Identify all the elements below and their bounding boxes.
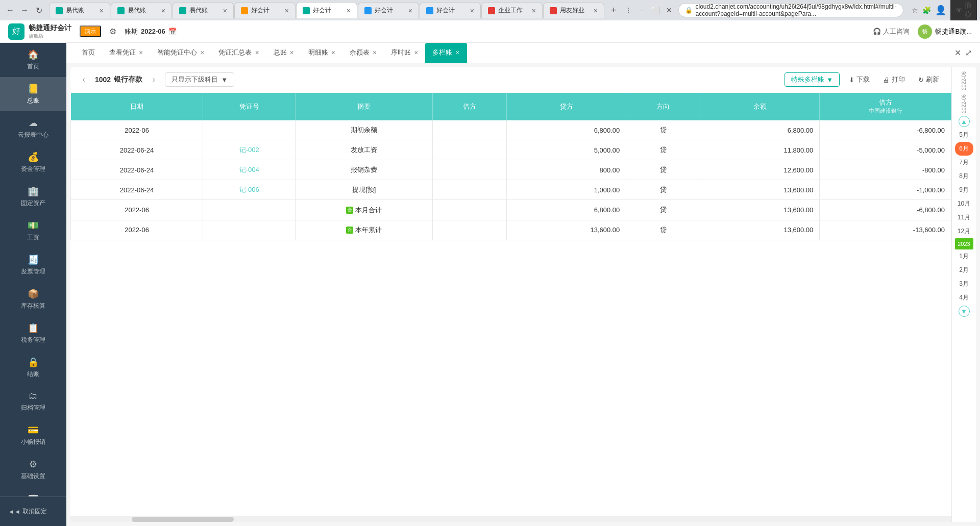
tab-resize-buttons: ✕ ⤢ xyxy=(954,48,972,58)
sidebar-item-settings[interactable]: ⚙ 基础设置 xyxy=(0,453,66,487)
month-6[interactable]: 6月 xyxy=(955,142,973,156)
account-icon[interactable]: 👤 xyxy=(935,5,946,16)
month-7[interactable]: 7月 xyxy=(955,156,973,169)
sidebar-item-archive[interactable]: 🗂 归档管理 xyxy=(0,385,66,418)
sidebar-item-home[interactable]: 🏠 首页 xyxy=(0,43,66,77)
tab-balance[interactable]: 余额表 × xyxy=(342,43,384,63)
tab-general-ledger[interactable]: 总账 × xyxy=(266,43,301,63)
no-trace-icon: 👁 xyxy=(955,6,963,14)
tab-close-1[interactable]: × xyxy=(100,7,104,15)
tab-smart-voucher[interactable]: 智能凭证中心 × xyxy=(150,43,211,63)
tab-close-3[interactable]: × xyxy=(223,7,227,15)
sidebar-item-close[interactable]: 🔒 结账 xyxy=(0,350,66,385)
month-2023-1[interactable]: 1月 xyxy=(955,249,973,263)
browser-tab-1[interactable]: 易代账 × xyxy=(49,2,110,18)
tab-balance-close[interactable]: × xyxy=(373,48,377,57)
tab-smart-voucher-close[interactable]: × xyxy=(200,48,204,57)
back-btn[interactable]: ← xyxy=(4,4,16,16)
browser-tab-7[interactable]: 好会计 × xyxy=(420,2,481,18)
tab-voucher-close[interactable]: × xyxy=(139,48,143,57)
tab-general-ledger-close[interactable]: × xyxy=(290,48,294,57)
collapse-button[interactable]: ◄◄ 取消固定 xyxy=(4,503,62,520)
month-12[interactable]: 12月 xyxy=(955,224,973,238)
sidebar-item-invoice[interactable]: 🧾 发票管理 xyxy=(0,248,66,282)
settings-icon[interactable]: ⚙ xyxy=(109,27,116,36)
cell-voucher[interactable]: 记-006 xyxy=(203,180,296,200)
extension-icon[interactable]: 🧩 xyxy=(922,6,931,14)
sidebar-item-tax[interactable]: 📋 税务管理 xyxy=(0,316,66,350)
new-tab-btn[interactable]: + xyxy=(607,3,621,18)
tab-detail-label: 明细账 xyxy=(308,48,328,57)
browser-tab-6[interactable]: 好会计 × xyxy=(358,2,419,18)
address-bar[interactable]: 🔒 cloud2.chanjet.com/accounting/uh26t264… xyxy=(678,3,903,17)
month-9[interactable]: 9月 xyxy=(955,183,973,197)
prev-account-btn[interactable]: ‹ xyxy=(79,75,89,84)
tab-multicolumn-close[interactable]: × xyxy=(455,48,459,57)
tab-close-2[interactable]: × xyxy=(161,7,165,15)
scroll-up-btn[interactable]: ▲ xyxy=(959,116,970,127)
tab-close-6[interactable]: × xyxy=(408,7,412,15)
sidebar-item-expense[interactable]: 💳 小畅报销 xyxy=(0,418,66,453)
tab-icon-6 xyxy=(364,7,372,14)
tab-voucher[interactable]: 查看凭证 × xyxy=(102,43,150,63)
month-2023-2[interactable]: 2月 xyxy=(955,263,973,277)
demo-badge[interactable]: 演示 xyxy=(80,26,101,37)
tab-close-8[interactable]: × xyxy=(532,7,536,15)
tab-home[interactable]: 首页 xyxy=(75,43,102,63)
multi-col-button[interactable]: 特殊多栏账 ▼ xyxy=(785,72,840,87)
browser-tab-2[interactable]: 易代账 × xyxy=(111,2,172,18)
bottom-scrollbar[interactable] xyxy=(70,516,951,522)
tab-close-9[interactable]: × xyxy=(594,7,598,15)
tab-detail-close[interactable]: × xyxy=(331,48,335,57)
tab-journal-close[interactable]: × xyxy=(414,48,418,57)
tab-detail[interactable]: 明细账 × xyxy=(301,43,342,63)
sidebar-item-fund[interactable]: 💰 资金管理 xyxy=(0,145,66,180)
tab-voucher-summary-close[interactable]: × xyxy=(255,48,259,57)
next-account-btn[interactable]: › xyxy=(149,75,159,84)
browser-tab-9[interactable]: 用友好业 × xyxy=(543,2,604,18)
month-5[interactable]: 5月 xyxy=(955,128,973,142)
cell-voucher[interactable]: 记-004 xyxy=(203,160,296,180)
user-info[interactable]: 畅 畅捷通B旗... xyxy=(918,24,972,39)
browser-tab-8[interactable]: 企业工作 × xyxy=(481,2,543,18)
bookmark-icon[interactable]: ☆ xyxy=(912,6,918,14)
tab-voucher-summary[interactable]: 凭证汇总表 × xyxy=(211,43,266,63)
sidebar-item-ledger[interactable]: 📒 总账 xyxy=(0,77,66,111)
tab-close-7[interactable]: × xyxy=(470,7,474,15)
month-8[interactable]: 8月 xyxy=(955,169,973,183)
tab-list-btn[interactable]: ⋮ xyxy=(623,4,634,16)
scroll-down-btn[interactable]: ▼ xyxy=(959,306,970,317)
browser-tab-3[interactable]: 易代账 × xyxy=(173,2,234,18)
download-button[interactable]: ⬇ 下载 xyxy=(845,73,874,86)
collapse-tab-btn[interactable]: ✕ xyxy=(954,48,961,58)
month-11[interactable]: 11月 xyxy=(955,211,973,224)
sidebar-item-salary[interactable]: 💵 工资 xyxy=(0,214,66,248)
month-2023-4[interactable]: 4月 xyxy=(955,291,973,305)
close-window-btn[interactable]: ✕ xyxy=(664,4,674,16)
cell-voucher[interactable]: 记-002 xyxy=(203,140,296,160)
refresh-button[interactable]: ↻ 刷新 xyxy=(914,73,943,86)
month-10[interactable]: 10月 xyxy=(955,197,973,211)
cell-summary: 提现[预] xyxy=(296,180,433,200)
minimize-btn[interactable]: — xyxy=(636,4,647,16)
sidebar-item-guide[interactable]: 📖 新手引导 xyxy=(0,487,66,496)
sidebar-item-asset[interactable]: 🏢 固定资产 xyxy=(0,180,66,214)
tab-close-5[interactable]: × xyxy=(347,7,351,15)
print-button[interactable]: 🖨 打印 xyxy=(879,73,909,86)
sidebar-item-inventory[interactable]: 📦 库存核算 xyxy=(0,282,66,316)
topbar-right: 🎧 人工咨询 畅 畅捷通B旗... xyxy=(873,24,972,39)
maximize-btn[interactable]: ⬜ xyxy=(649,4,662,16)
calendar-icon[interactable]: 📅 xyxy=(168,28,177,35)
tab-multicolumn[interactable]: 多栏账 × xyxy=(425,43,467,63)
consult-button[interactable]: 🎧 人工咨询 xyxy=(873,27,910,36)
month-2023-3[interactable]: 3月 xyxy=(955,277,973,291)
expand-tab-btn[interactable]: ⤢ xyxy=(965,48,972,58)
forward-btn[interactable]: → xyxy=(18,4,31,16)
tab-journal[interactable]: 序时账 × xyxy=(384,43,425,63)
browser-tab-4[interactable]: 好会计 × xyxy=(234,2,296,18)
browser-tab-5[interactable]: 好会计 × xyxy=(296,2,357,18)
tab-close-4[interactable]: × xyxy=(285,7,289,15)
sidebar-item-report[interactable]: ☁ 云报表中心 xyxy=(0,111,66,145)
subject-filter-dropdown[interactable]: 只显示下级科目 ▼ xyxy=(165,72,234,87)
reload-btn[interactable]: ↻ xyxy=(33,4,45,16)
